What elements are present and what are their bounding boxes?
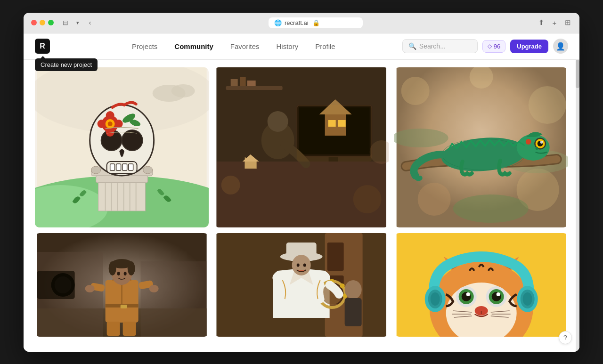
sidebar-toggle-icon[interactable]: ⊟ xyxy=(61,18,70,27)
scroll-bar[interactable] xyxy=(576,60,579,352)
gallery-item-5[interactable] xyxy=(214,233,388,337)
svg-point-146 xyxy=(430,292,440,306)
user-icon: 👤 xyxy=(556,42,565,51)
close-button[interactable] xyxy=(31,20,37,25)
svg-point-97 xyxy=(128,261,135,275)
title-bar-right: ⬆ + ⊞ xyxy=(537,18,572,27)
svg-rect-21 xyxy=(122,164,127,170)
scroll-thumb[interactable] xyxy=(576,60,579,88)
create-new-project-tooltip: Create new project xyxy=(35,58,98,71)
gallery-item-2[interactable] xyxy=(214,67,388,227)
svg-point-92 xyxy=(85,285,95,292)
nav-right: 🔍 Search... ◇ 96 Upgrade 👤 xyxy=(402,39,568,54)
svg-point-98 xyxy=(117,272,120,275)
svg-point-108 xyxy=(292,255,311,275)
globe-icon: 🌐 xyxy=(274,19,282,26)
share-icon[interactable]: ⬆ xyxy=(537,18,546,27)
search-placeholder: Search... xyxy=(419,42,446,50)
logo-area: R Create new project xyxy=(35,39,50,54)
gallery-item-6[interactable] xyxy=(394,233,568,337)
svg-point-29 xyxy=(114,120,123,128)
svg-rect-6 xyxy=(96,176,148,183)
svg-point-74 xyxy=(540,141,543,144)
svg-point-65 xyxy=(394,129,448,147)
svg-rect-119 xyxy=(345,298,362,326)
svg-point-118 xyxy=(345,280,362,299)
gallery-item-1[interactable] xyxy=(35,67,209,227)
main-content: ? xyxy=(24,60,579,352)
nav-projects[interactable]: Projects xyxy=(124,39,165,54)
windows-icon[interactable]: ⊞ xyxy=(563,18,572,27)
svg-point-28 xyxy=(98,120,106,128)
url-text: recraft.ai xyxy=(285,19,309,26)
svg-rect-22 xyxy=(129,164,133,170)
nav-bar: R Create new project Projects Community … xyxy=(24,33,579,60)
title-bar-controls: ⊟ ▾ ‹ xyxy=(61,18,94,27)
svg-rect-89 xyxy=(123,322,136,336)
gallery-item-3[interactable] xyxy=(394,67,568,227)
svg-point-84 xyxy=(55,276,72,293)
svg-rect-38 xyxy=(240,77,246,86)
avatar-button[interactable]: 👤 xyxy=(553,39,568,54)
title-bar: ⊟ ▾ ‹ 🌐 recraft.ai 🔒 ⬆ + ⊞ xyxy=(24,13,579,33)
svg-point-110 xyxy=(303,263,306,267)
svg-rect-87 xyxy=(121,305,127,308)
svg-point-134 xyxy=(496,292,500,296)
nav-community[interactable]: Community xyxy=(167,39,221,54)
svg-rect-20 xyxy=(116,164,121,170)
svg-point-76 xyxy=(535,147,538,150)
title-bar-center: 🌐 recraft.ai 🔒 xyxy=(100,17,531,28)
svg-point-31 xyxy=(108,121,113,126)
svg-point-15 xyxy=(91,166,101,174)
gallery-item-4[interactable] xyxy=(35,233,209,337)
chevron-down-icon[interactable]: ▾ xyxy=(73,18,82,27)
nav-profile[interactable]: Profile xyxy=(308,39,343,54)
credits-count: 96 xyxy=(494,43,500,50)
svg-point-26 xyxy=(106,111,114,120)
maximize-button[interactable] xyxy=(48,20,54,25)
svg-point-96 xyxy=(109,261,116,275)
nav-history[interactable]: History xyxy=(269,39,306,54)
svg-point-133 xyxy=(466,292,470,296)
svg-point-99 xyxy=(124,272,127,275)
svg-rect-88 xyxy=(107,322,120,336)
gallery-grid xyxy=(35,67,568,337)
new-tab-icon[interactable]: + xyxy=(550,18,559,27)
nav-favorites[interactable]: Favorites xyxy=(223,39,267,54)
search-bar[interactable]: 🔍 Search... xyxy=(402,39,478,53)
app-logo[interactable]: R xyxy=(35,39,50,54)
diamond-icon: ◇ xyxy=(488,43,492,49)
svg-point-62 xyxy=(417,183,450,216)
traffic-lights xyxy=(31,20,54,25)
svg-rect-55 xyxy=(297,105,372,162)
svg-point-56 xyxy=(221,176,240,194)
url-bar[interactable]: 🌐 recraft.ai 🔒 xyxy=(269,17,363,28)
svg-rect-51 xyxy=(245,162,257,169)
lock-icon: 🔒 xyxy=(312,19,320,26)
svg-point-109 xyxy=(297,263,300,267)
minimize-button[interactable] xyxy=(40,20,45,25)
svg-rect-39 xyxy=(247,81,256,86)
svg-rect-37 xyxy=(231,79,238,86)
help-button[interactable]: ? xyxy=(559,331,572,344)
svg-rect-19 xyxy=(110,164,115,170)
svg-point-54 xyxy=(268,111,288,132)
svg-point-93 xyxy=(149,285,159,292)
svg-point-60 xyxy=(401,77,429,105)
svg-point-3 xyxy=(171,84,195,97)
svg-point-67 xyxy=(453,194,528,223)
svg-point-61 xyxy=(528,86,566,124)
svg-point-57 xyxy=(353,185,382,213)
browser-window: ⊟ ▾ ‹ 🌐 recraft.ai 🔒 ⬆ + ⊞ R Create new … xyxy=(24,13,579,352)
svg-rect-107 xyxy=(286,243,317,257)
svg-point-147 xyxy=(522,292,532,306)
svg-rect-36 xyxy=(226,86,283,90)
svg-point-77 xyxy=(525,139,531,145)
search-icon: 🔍 xyxy=(408,42,416,50)
svg-point-16 xyxy=(143,166,153,174)
upgrade-button[interactable]: Upgrade xyxy=(510,40,548,53)
back-icon[interactable]: ‹ xyxy=(86,18,94,27)
svg-point-24 xyxy=(122,130,143,151)
nav-links: Projects Community Favorites History Pro… xyxy=(65,39,402,54)
credits-badge: ◇ 96 xyxy=(482,40,505,53)
